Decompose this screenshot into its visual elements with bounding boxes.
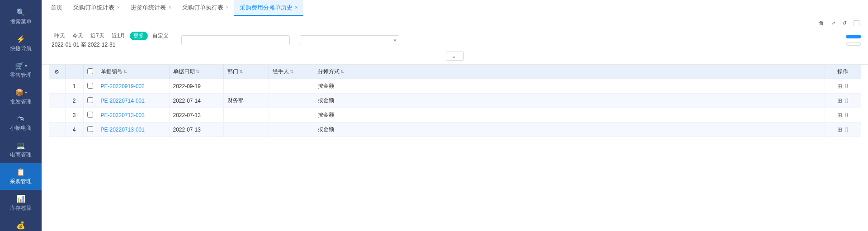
doc-num-link[interactable]: PE-20220919-002: [101, 83, 145, 90]
row-checkbox[interactable]: [87, 126, 93, 132]
tab-close-icon[interactable]: ×: [117, 5, 120, 10]
tab-close-icon[interactable]: ×: [226, 5, 229, 10]
col-header-doc_date[interactable]: 单据日期⇅: [169, 65, 223, 79]
col-header-dept[interactable]: 部门⇅: [223, 65, 269, 79]
more-icon[interactable]: ⁞⁞: [845, 83, 849, 90]
col-header-setting: ⚙: [49, 65, 65, 79]
tab-close-icon[interactable]: ×: [169, 5, 171, 10]
row-handler: [269, 123, 314, 137]
query-button[interactable]: [846, 35, 861, 38]
sidebar-item-label: 快捷导航: [10, 45, 32, 52]
row-checkbox[interactable]: [87, 97, 93, 103]
row-number: 3: [65, 108, 83, 123]
expand-icon: ⌄: [452, 53, 456, 59]
more-icon[interactable]: ⁞⁞: [845, 126, 849, 133]
show-cols-checkbox[interactable]: [854, 20, 859, 26]
edit-icon[interactable]: ⊞: [837, 97, 842, 104]
sort-icon[interactable]: ⇅: [196, 69, 199, 74]
show-columns-button[interactable]: [854, 20, 861, 26]
row-number: 4: [65, 123, 83, 137]
date-shortcut-近1月[interactable]: 近1月: [109, 32, 128, 40]
tab-close-icon[interactable]: ×: [295, 5, 298, 10]
refresh-icon: ↺: [842, 20, 847, 26]
menu-icon: 🔍: [16, 8, 25, 17]
sidebar-item-批发管理[interactable]: 📦▾批发管理: [0, 84, 42, 110]
sidebar-item-label: 批发管理: [10, 98, 32, 106]
row-checkbox[interactable]: [87, 112, 93, 118]
row-checkbox-cell: [83, 123, 97, 137]
edit-icon[interactable]: ⊞: [837, 112, 842, 118]
table-row[interactable]: 2PE-20220714-0012022-07-14财务部按金额 ⊞ ⁞⁞: [49, 94, 861, 108]
tab-进货单统计表[interactable]: 进货单统计表×: [125, 0, 177, 16]
edit-icon[interactable]: ⊞: [837, 83, 842, 90]
row-date: 2022-07-14: [169, 94, 223, 108]
select-all-checkbox[interactable]: [87, 68, 93, 74]
row-setting: [49, 94, 65, 108]
expand-row: ⌄: [49, 52, 861, 61]
menu-icon: 📊: [16, 194, 25, 203]
sort-icon[interactable]: ⇅: [239, 69, 243, 74]
table-area: ⚙单据编号⇅单据日期⇅部门⇅经手人⇅分摊方式⇅操作 1PE-20220919-0…: [42, 65, 868, 231]
settings-button[interactable]: [846, 42, 861, 46]
sidebar-item-小畅电商[interactable]: 🛍小畅电商: [0, 110, 42, 137]
header-actions: 🗑 ↗ ↺: [813, 20, 861, 26]
refresh-button[interactable]: ↺: [842, 20, 848, 26]
sidebar-item-快捷导航[interactable]: ⚡快捷导航: [0, 30, 42, 57]
col-header-method[interactable]: 分摊方式⇅: [314, 65, 825, 79]
menu-icon: 🛒: [15, 61, 24, 70]
dept-filter-group: [297, 35, 399, 45]
sort-icon[interactable]: ⇅: [340, 69, 344, 74]
tab-label: 采购费用分摊单历史: [240, 4, 292, 12]
delete-button[interactable]: 🗑: [819, 20, 826, 26]
more-icon[interactable]: ⁞⁞: [845, 97, 849, 104]
date-range: 2022-01-01 至 2022-12-31: [52, 41, 171, 49]
sidebar-item-零售管理[interactable]: 🛒▾零售管理: [0, 57, 42, 84]
date-shortcut-近7天[interactable]: 近7天: [88, 32, 107, 40]
sidebar-item-库存核算[interactable]: 📊库存核算: [0, 190, 42, 217]
tab-首页[interactable]: 首页: [45, 0, 68, 16]
sidebar-item-搜索菜单[interactable]: 🔍搜索菜单: [0, 4, 42, 30]
tab-bar: 首页采购订单统计表×进货单统计表×采购订单执行表×采购费用分摊单历史×: [42, 0, 868, 16]
sort-icon[interactable]: ⇅: [123, 69, 127, 74]
date-shortcut-昨天[interactable]: 昨天: [52, 32, 68, 40]
dept-select[interactable]: [300, 35, 399, 45]
col-label: 单据日期: [173, 68, 195, 75]
export-button[interactable]: ↗: [831, 20, 837, 26]
row-checkbox-cell: [83, 79, 97, 94]
sidebar-item-采购管理[interactable]: 📋采购管理: [0, 163, 42, 190]
sort-icon[interactable]: ⇅: [290, 69, 293, 74]
tab-采购订单执行表[interactable]: 采购订单执行表×: [177, 0, 234, 16]
row-dept: [223, 79, 269, 94]
col-label: 经手人: [273, 68, 289, 75]
col-header-handler[interactable]: 经手人⇅: [269, 65, 314, 79]
table-row[interactable]: 3PE-20220713-0032022-07-13按金额 ⊞ ⁞⁞: [49, 108, 861, 123]
more-icon[interactable]: ⁞⁞: [845, 112, 849, 118]
sidebar-item-label: 采购管理: [10, 178, 32, 185]
edit-icon[interactable]: ⊞: [837, 126, 842, 133]
doc-num-link[interactable]: PE-20220713-003: [101, 112, 145, 118]
col-header-doc_num[interactable]: 单据编号⇅: [97, 65, 169, 79]
menu-icon: 🛍: [17, 115, 24, 123]
doc-num-link[interactable]: PE-20220713-001: [101, 127, 145, 133]
table-row[interactable]: 4PE-20220713-0012022-07-13按金额 ⊞ ⁞⁞: [49, 123, 861, 137]
date-shortcut-更多[interactable]: 更多: [130, 32, 148, 40]
tab-采购费用分摊单历史[interactable]: 采购费用分摊单历史×: [234, 0, 303, 16]
row-checkbox[interactable]: [87, 83, 93, 89]
row-date: 2022-09-19: [169, 79, 223, 94]
tab-采购订单统计表[interactable]: 采购订单统计表×: [68, 0, 125, 16]
row-setting: [49, 108, 65, 123]
expand-conditions-button[interactable]: ⌄: [446, 52, 464, 61]
table-row[interactable]: 1PE-20220919-0022022-09-19按金额 ⊞ ⁞⁞: [49, 79, 861, 94]
btn-group-right: [846, 35, 861, 46]
sidebar-item-label: 库存核算: [10, 204, 32, 212]
row-doc-num: PE-20220714-001: [97, 94, 169, 108]
date-shortcut-今天[interactable]: 今天: [70, 32, 86, 40]
doc-num-input[interactable]: [181, 35, 290, 45]
doc-num-link[interactable]: PE-20220714-001: [101, 98, 145, 104]
tab-label: 首页: [51, 4, 62, 12]
date-shortcuts: 昨天今天近7天近1月更多自定义: [52, 32, 171, 40]
row-setting: [49, 123, 65, 137]
sidebar-item-资金管理[interactable]: 💰资金管理: [0, 217, 42, 231]
date-shortcut-自定义[interactable]: 自定义: [150, 32, 171, 40]
sidebar-item-电商管理[interactable]: 💻电商管理: [0, 137, 42, 163]
